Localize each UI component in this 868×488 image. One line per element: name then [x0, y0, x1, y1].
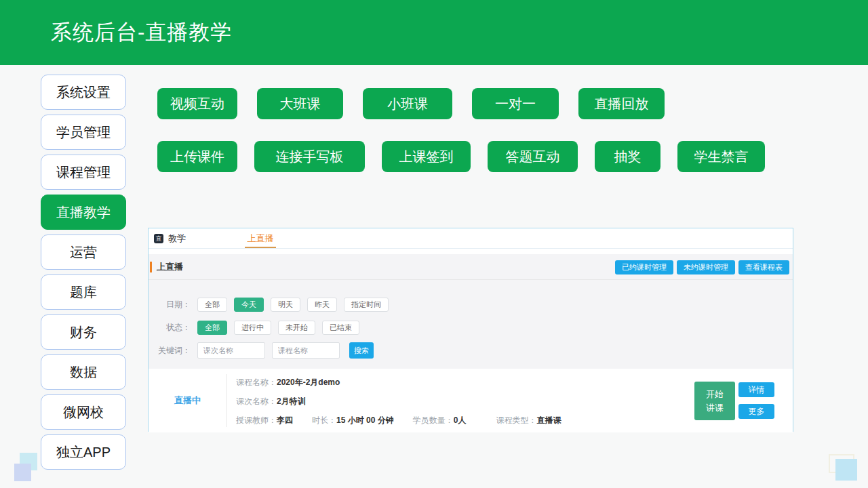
tab-go-live[interactable]: 上直播 [243, 228, 277, 249]
feature-one-on-one[interactable]: 一对一 [472, 88, 559, 119]
lesson-name-value: 2月特训 [277, 396, 306, 407]
live-status-badge: 直播中 [149, 369, 226, 432]
date-chip-tomorrow[interactable]: 明天 [271, 298, 300, 312]
keyword-filter-row: 关键词： 搜索 [149, 342, 793, 359]
date-filter-label: 日期： [149, 299, 191, 310]
page-header: 系统后台-直播教学 [0, 0, 868, 65]
sidebar-item-operations[interactable]: 运营 [41, 235, 126, 270]
panel-tabbar: 直 教学 上直播 [149, 228, 793, 249]
decor-square-cyan-right [835, 459, 857, 481]
date-chip-today[interactable]: 今天 [234, 298, 264, 312]
start-teaching-line1: 开始 [706, 389, 724, 399]
status-chip-ongoing[interactable]: 进行中 [234, 321, 271, 335]
live-admin-panel: 直 教学 上直播 上直播 已约课时管理 未约课时管理 查看课程表 日期： 全部 … [148, 228, 793, 432]
feature-connect-tablet[interactable]: 连接手写板 [254, 141, 365, 172]
date-chip-all[interactable]: 全部 [197, 298, 227, 312]
booked-hours-button[interactable]: 已约课时管理 [615, 260, 673, 274]
view-timetable-button[interactable]: 查看课程表 [738, 260, 789, 274]
teacher-label: 授课教师： [236, 415, 277, 426]
panel-body: 上直播 已约课时管理 未约课时管理 查看课程表 日期： 全部 今天 明天 昨天 … [149, 254, 793, 369]
duration-meta: 时长： 15 小时 00 分钟 [312, 415, 394, 426]
more-button[interactable]: 更多 [738, 404, 774, 419]
sidebar-item-data[interactable]: 数据 [41, 354, 126, 390]
sidebar-item-micro-school[interactable]: 微网校 [41, 394, 126, 430]
section-header: 上直播 已约课时管理 未约课时管理 查看课程表 [149, 254, 793, 280]
date-filter-row: 日期： 全部 今天 明天 昨天 指定时间 [149, 296, 793, 312]
teaching-app-icon: 直 [154, 234, 163, 243]
course-details: 课程名称： 2020年-2月demo 课次名称： 2月特训 授课教师： 李四 时… [226, 374, 671, 427]
course-type-label: 课程类型： [496, 415, 536, 426]
section-actions: 已约课时管理 未约课时管理 查看课程表 [615, 260, 789, 274]
duration-label: 时长： [312, 415, 336, 426]
lesson-name-line: 课次名称： 2月特训 [236, 396, 671, 407]
teaching-app-label: 教学 [168, 232, 186, 245]
feature-row-1: 视频互动 大班课 小班课 一对一 直播回放 [157, 88, 665, 119]
students-meta: 学员数量： 0人 [413, 415, 467, 426]
status-chip-all[interactable]: 全部 [197, 321, 227, 335]
feature-row-2: 上传课件 连接手写板 上课签到 答题互动 抽奖 学生禁言 [157, 141, 765, 172]
status-filter-chips: 全部 进行中 未开始 已结束 [191, 321, 359, 335]
lesson-name-input[interactable] [197, 342, 265, 359]
date-filter-chips: 全部 今天 明天 昨天 指定时间 [191, 298, 389, 312]
feature-video-interaction[interactable]: 视频互动 [157, 88, 237, 119]
sidebar-item-system-settings[interactable]: 系统设置 [41, 75, 126, 110]
course-name-label: 课程名称： [236, 377, 277, 388]
status-chip-ended[interactable]: 已结束 [322, 321, 359, 335]
sidebar-item-student-management[interactable]: 学员管理 [41, 115, 126, 150]
teacher-value: 李四 [277, 415, 293, 426]
feature-lucky-draw[interactable]: 抽奖 [595, 141, 660, 172]
unbooked-hours-button[interactable]: 未约课时管理 [677, 260, 735, 274]
feature-large-class[interactable]: 大班课 [257, 88, 343, 119]
date-chip-yesterday[interactable]: 昨天 [307, 298, 337, 312]
course-type-value: 直播课 [536, 415, 561, 426]
lesson-name-label: 课次名称： [236, 396, 277, 407]
students-value: 0人 [454, 415, 467, 426]
feature-small-class[interactable]: 小班课 [363, 88, 452, 119]
search-button[interactable]: 搜索 [349, 342, 374, 359]
detail-button[interactable]: 详情 [738, 382, 774, 397]
feature-upload-courseware[interactable]: 上传课件 [157, 141, 237, 172]
feature-live-replay[interactable]: 直播回放 [578, 88, 665, 119]
start-teaching-line2: 讲课 [706, 403, 724, 413]
decor-square-lavender-left [14, 464, 31, 481]
status-chip-not-started[interactable]: 未开始 [278, 321, 315, 335]
feature-quiz-interaction[interactable]: 答题互动 [488, 141, 578, 172]
sidebar-item-live-teaching[interactable]: 直播教学 [41, 195, 126, 230]
status-filter-label: 状态： [149, 322, 191, 333]
course-type-meta: 课程类型： 直播课 [496, 415, 561, 426]
date-chip-custom[interactable]: 指定时间 [344, 298, 389, 312]
sidebar-item-question-bank[interactable]: 题库 [41, 274, 126, 310]
course-name-value: 2020年-2月demo [277, 377, 340, 388]
sidebar: 系统设置 学员管理 课程管理 直播教学 运营 题库 财务 数据 微网校 独立AP… [41, 75, 126, 474]
section-title: 上直播 [157, 261, 183, 273]
course-meta-line: 授课教师： 李四 时长： 15 小时 00 分钟 学员数量： 0人 课程类型： … [236, 415, 671, 426]
sidebar-item-finance[interactable]: 财务 [41, 314, 126, 350]
section-accent-bar [150, 262, 152, 272]
sidebar-item-standalone-app[interactable]: 独立APP [41, 434, 126, 470]
page-title: 系统后台-直播教学 [51, 0, 232, 65]
course-row: 直播中 课程名称： 2020年-2月demo 课次名称： 2月特训 授课教师： … [149, 369, 793, 432]
filter-area: 日期： 全部 今天 明天 昨天 指定时间 状态： 全部 进行中 未开始 已结束 [149, 280, 793, 359]
feature-class-checkin[interactable]: 上课签到 [382, 141, 471, 172]
feature-student-mute[interactable]: 学生禁言 [677, 141, 765, 172]
status-filter-row: 状态： 全部 进行中 未开始 已结束 [149, 319, 793, 336]
sidebar-item-course-management[interactable]: 课程管理 [41, 155, 126, 190]
start-teaching-button[interactable]: 开始 讲课 [694, 382, 735, 420]
duration-value: 15 小时 00 分钟 [336, 415, 394, 426]
course-name-input[interactable] [272, 342, 340, 359]
students-label: 学员数量： [413, 415, 454, 426]
keyword-filter-label: 关键词： [149, 345, 191, 357]
course-name-line: 课程名称： 2020年-2月demo [236, 377, 671, 388]
teacher-meta: 授课教师： 李四 [236, 415, 293, 426]
